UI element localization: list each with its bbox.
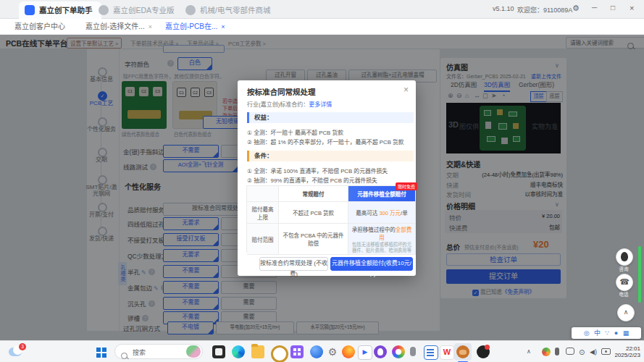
doctab-label: 嘉立创-PCB在...: [165, 22, 217, 30]
standard-contract-button[interactable]: 按标准合约常规处理 (不收费): [259, 257, 328, 271]
photos-app-icon[interactable]: [392, 345, 405, 358]
col-normal-compensation: 常规赔付: [279, 186, 348, 202]
doctab-label: 嘉立创客户中心: [14, 22, 65, 30]
maximize-icon[interactable]: □: [611, 4, 615, 12]
doctab-select-file[interactable]: 嘉立创-选择文件...×: [85, 19, 152, 35]
app-tab-label: 嘉立创EDA专业版: [113, 6, 175, 14]
settings-app-icon[interactable]: ⚙: [326, 345, 339, 358]
app-tab-label: 机械/电气零部件商城: [200, 6, 270, 14]
welcome-user: 欢迎您：9110089A: [517, 5, 572, 14]
premium-compensation-button[interactable]: 元器件移植全额赔付(收费10元/单): [330, 257, 413, 271]
close-tab-icon[interactable]: ×: [149, 23, 152, 30]
doctab-pcb-order[interactable]: 嘉立创-PCB在...×: [165, 19, 225, 35]
firefox-icon[interactable]: [342, 345, 355, 358]
tray-date: 2025/2/23: [614, 352, 640, 358]
app-titlebar: 嘉立创下单助手 嘉立创EDA专业版 机械/电气零部件商城 v5.1.10 欢迎您…: [0, 0, 644, 19]
rights-item-2: ② 抽测：超 1% 的不良率部分，坏一赔十，最高不超 PCB 货款: [247, 138, 411, 146]
rights-header: 权益：: [247, 112, 414, 123]
ime-keyboard-icon[interactable]: ▦: [623, 329, 630, 337]
normal-scope: 不包含 PCBA 中的元器件赔偿: [279, 224, 348, 255]
tray-eye-icon[interactable]: ⊙: [579, 348, 585, 356]
qq-app-icon[interactable]: [374, 345, 387, 358]
purple-grid-app-icon[interactable]: [290, 345, 304, 358]
modal-title: 按标准合同常规处理: [247, 86, 316, 97]
jlc-logo-icon: [25, 5, 35, 15]
qq-consult-icon[interactable]: [616, 248, 633, 266]
ime-logo-icon[interactable]: ◎: [584, 329, 590, 337]
tray-time: 22:01: [614, 345, 640, 352]
tray-camera-icon[interactable]: [601, 348, 611, 355]
edge-browser-icon[interactable]: [232, 345, 245, 358]
compensation-modal: 按标准合同常规处理 × 行业(嘉立创)标准合约：更多详情 权益： ① 全测：坏一…: [238, 80, 416, 276]
tray-mic-icon[interactable]: [555, 348, 559, 355]
blue-sphere-app-icon[interactable]: [310, 345, 323, 358]
modal-subtitle: 行业(嘉立创)标准合约：更多详情: [247, 100, 332, 108]
eda-logo-icon: [99, 5, 109, 15]
premium-scope: 承担移植过程中的全部费用 包括无法移植或移植损坏的元器件、贴片费用、检测费用等: [348, 224, 416, 255]
close-window-icon[interactable]: ×: [630, 4, 634, 12]
wps-icon[interactable]: W: [440, 345, 454, 360]
clock[interactable]: 22:01 2025/2/23: [614, 345, 640, 358]
settings-gear-icon[interactable]: ⚙: [572, 4, 580, 13]
close-tab-icon[interactable]: ×: [221, 23, 225, 30]
gold-loop-app-icon[interactable]: [271, 345, 288, 362]
more-details-link[interactable]: 更多详情: [309, 101, 332, 108]
tray-chat-icon[interactable]: [566, 348, 574, 355]
task-view-icon[interactable]: [212, 345, 225, 358]
ime-mic-icon[interactable]: ●: [614, 329, 618, 337]
document-tabbar: 嘉立创客户中心 嘉立创-选择文件...× 嘉立创-PCB在...×: [0, 19, 644, 35]
start-button-icon[interactable]: [96, 348, 101, 352]
app-version: v5.1.10: [493, 5, 514, 12]
col-premium-compensation: 元器件移植全额赔付 限时免费: [348, 186, 416, 202]
row-scope-label: 赔付范围: [247, 224, 279, 255]
app-window: 嘉立创下单助手 嘉立创EDA专业版 机械/电气零部件商城 v5.1.10 欢迎您…: [0, 0, 644, 362]
notes-app-icon[interactable]: [424, 345, 438, 360]
consult-label: 咨询: [613, 265, 635, 272]
mall-logo-icon: [185, 5, 196, 15]
microphone-app-icon[interactable]: [410, 347, 416, 356]
app-tab-label: 嘉立创下单助手: [39, 6, 93, 14]
jlc-assistant-taskbar-active[interactable]: [454, 343, 472, 361]
doctab-customer-center[interactable]: 嘉立创客户中心: [14, 19, 65, 35]
condition-item-2: ② 抽测：99% 的直通率，不赔偿 PCB 的元器件损失: [247, 176, 411, 184]
search-highlight-image: [186, 345, 201, 358]
table-corner-cell: [247, 186, 279, 202]
phone-label: 电话: [613, 290, 635, 298]
tray-antivirus-icon[interactable]: [542, 348, 551, 356]
normal-max-compensation: 不超过 PCB 货款: [279, 202, 348, 224]
limited-time-badge: 限时免费: [396, 182, 417, 190]
notification-badge: 3: [19, 343, 26, 350]
windows-taskbar: 3 搜索 ⚙ ▶ W ∧ ⊙ ◀): [0, 340, 644, 362]
app-tab-order-assistant[interactable]: 嘉立创下单助手: [19, 1, 101, 19]
search-placeholder: 搜索: [133, 348, 146, 357]
conditions-header: 条件：: [247, 151, 414, 161]
minimize-icon[interactable]: ─: [592, 4, 597, 12]
ime-symbols-icon[interactable]: ∵: [606, 329, 610, 337]
app-tab-eda[interactable]: 嘉立创EDA专业版: [93, 1, 183, 19]
ime-toolbar: ◎ 中 ∵ ● ▦: [572, 327, 641, 339]
premium-max-compensation: 最高可达 300 万元/单: [348, 202, 416, 224]
doctab-label: 嘉立创-选择文件...: [85, 22, 145, 30]
scrollbar-thumb[interactable]: [638, 246, 641, 303]
compensation-table: 常规赔付 元器件移植全额赔付 限时免费 赔付最高上限 不超过 PCB 货款 最高…: [246, 185, 416, 253]
condition-item-1: ① 全测：承诺 100% 直通率，不赔偿 PCB 的元器件损失: [247, 167, 411, 174]
rights-item-1: ① 全测：坏一赔十 最高不超 PCB 货款: [247, 128, 411, 136]
premium-scope-note: 包括无法移植或移植损坏的元器件、贴片费用、检测费用等: [351, 242, 413, 253]
taskbar-search[interactable]: 搜索: [114, 344, 203, 359]
tray-expand-chevron[interactable]: ∧: [527, 348, 531, 355]
weather-widget-icon[interactable]: 3: [9, 345, 26, 358]
ime-mode-icon[interactable]: 中: [594, 329, 601, 337]
search-icon: [121, 349, 127, 362]
black-app-icon[interactable]: [477, 345, 490, 358]
modal-close-icon[interactable]: ×: [403, 85, 409, 95]
media-app-icon[interactable]: ▶: [358, 345, 372, 360]
file-explorer-icon[interactable]: [251, 345, 264, 358]
back-to-top-icon[interactable]: ∧: [617, 304, 635, 321]
phone-icon[interactable]: ☎: [616, 274, 633, 291]
tray-volume-icon[interactable]: ◀): [590, 348, 597, 355]
app-tab-mall[interactable]: 机械/电气零部件商城: [180, 1, 279, 19]
row-max-compensation-label: 赔付最高上限: [247, 202, 279, 224]
